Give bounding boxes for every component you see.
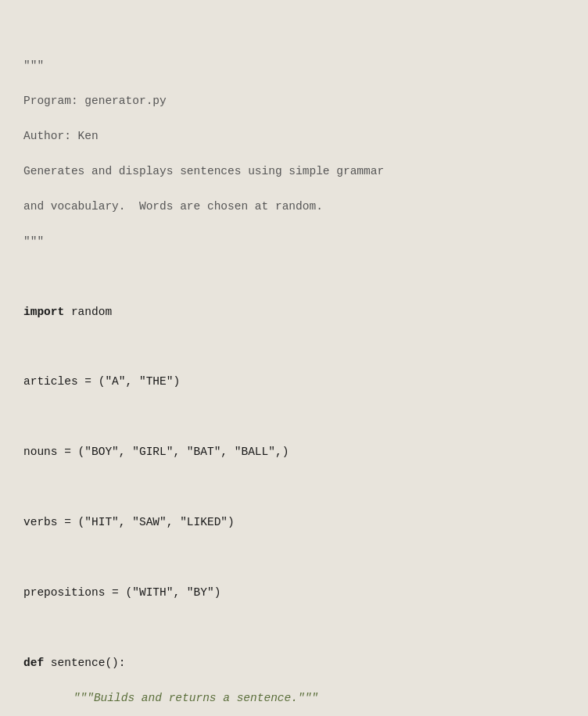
line-blank-6 [23,619,565,636]
line-1: """ [23,57,565,74]
line-blank-4 [23,478,565,496]
line-sentence-docstring: """Builds and returns a sentence.""" [23,689,565,707]
line-prepositions: prepositions = ("WITH", "BY") [23,584,565,601]
line-verbs: verbs = ("HIT", "SAW", "LIKED") [23,514,565,531]
line-blank-1 [23,268,565,285]
line-blank-5 [23,549,565,566]
line-blank-2 [23,338,565,355]
line-4: Generates and displays sentences using s… [23,163,565,180]
line-blank-3 [23,408,565,425]
line-nouns: nouns = ("BOY", "GIRL", "BAT", "BALL",) [23,443,565,460]
line-5: and vocabulary. Words are chosen at rand… [23,198,565,215]
line-def-sentence: def sentence(): [23,654,565,671]
line-articles: articles = ("A", "THE") [23,373,565,390]
line-6: """ [23,233,565,250]
line-import: import random [23,303,565,320]
code-container: """ Program: generator.py Author: Ken Ge… [23,22,565,716]
line-2: Program: generator.py [23,92,565,109]
line-3: Author: Ken [23,127,565,145]
